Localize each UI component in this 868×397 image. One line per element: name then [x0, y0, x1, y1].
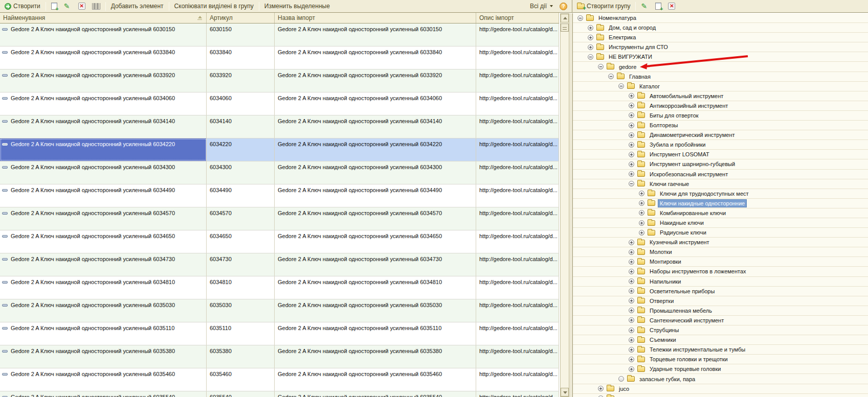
tree-item-label[interactable]: Ключи для труднодоступных мест	[658, 190, 750, 197]
cell-import-name[interactable]: Gedore 2 A Ключ накидной односторонний у…	[275, 138, 476, 161]
tree-expander-icon[interactable]	[598, 386, 604, 391]
delete-item-button[interactable]: ✕	[76, 2, 88, 11]
tree-expander-icon[interactable]	[629, 240, 634, 245]
cell-import-desc[interactable]: http://gedore-tool.ru/catalog/d...	[476, 299, 559, 322]
tree-item[interactable]: Накидные ключи	[573, 218, 868, 228]
tree-item-label[interactable]: Болторезы	[648, 122, 680, 129]
cell-import-desc[interactable]: http://gedore-tool.ru/catalog/d...	[476, 253, 559, 276]
tree-item-label[interactable]: Струбцины	[648, 326, 680, 334]
cell-import-desc[interactable]: http://gedore-tool.ru/catalog/d...	[476, 46, 559, 69]
cell-name[interactable]: Gedore 2 A Ключ накидной односторонний у…	[0, 391, 207, 397]
cell-import-name[interactable]: Gedore 2 A Ключ накидной односторонний у…	[275, 253, 476, 276]
table-row[interactable]: Gedore 2 A Ключ накидной односторонний у…	[0, 115, 559, 138]
cell-import-name[interactable]: Gedore 2 A Ключ накидной односторонний у…	[275, 391, 476, 397]
tree-item[interactable]: Радиусные ключи	[573, 228, 868, 238]
tree-expander-icon[interactable]	[629, 181, 634, 186]
cell-import-desc[interactable]: http://gedore-tool.ru/catalog/d...	[476, 69, 559, 92]
cell-name[interactable]: Gedore 2 A Ключ накидной односторонний у…	[0, 345, 207, 368]
tree-item-label[interactable]: Инструмент LOSOMAT	[648, 151, 711, 158]
tree-expander-icon[interactable]	[629, 269, 634, 274]
tree-item[interactable]: Автомобильный инструмент	[573, 91, 868, 101]
table-row[interactable]: Gedore 2 A Ключ накидной односторонний у…	[0, 299, 559, 322]
cell-article[interactable]: 6030150	[207, 24, 275, 46]
table-row[interactable]: Gedore 2 A Ключ накидной односторонний у…	[0, 24, 559, 46]
tree-item[interactable]: Осветительные приборы	[573, 287, 868, 296]
tree-item-label[interactable]: Кузнечный инструмент	[648, 239, 711, 246]
tree-item-label[interactable]: Ударные торцевые головки	[648, 365, 722, 372]
tree-item-label[interactable]: Накидные ключи	[658, 219, 705, 226]
tree-expander-icon[interactable]	[618, 376, 624, 382]
tree-item-label[interactable]: Искробезопасный инструмент	[648, 171, 729, 178]
cell-name[interactable]: Gedore 2 A Ключ накидной односторонний у…	[0, 138, 207, 161]
tree-item[interactable]: gedore	[573, 62, 868, 72]
cell-article[interactable]: 6034570	[207, 207, 275, 230]
table-row[interactable]: Gedore 2 A Ключ накидной односторонний у…	[0, 207, 559, 230]
cell-article[interactable]: 6034060	[207, 92, 275, 115]
tree-expander-icon[interactable]	[629, 278, 634, 284]
cell-article[interactable]: 6034300	[207, 161, 275, 184]
tree-item[interactable]: Ключи накидные односторонние	[573, 199, 868, 208]
delete-group-button[interactable]: ✕	[665, 2, 678, 11]
tree-item-label[interactable]: gedore	[617, 63, 638, 71]
tree-item[interactable]: Ключи для труднодоступных мест	[573, 189, 868, 199]
cell-import-desc[interactable]: http://gedore-tool.ru/catalog/d...	[476, 92, 559, 115]
tree-expander-icon[interactable]	[577, 15, 583, 21]
tree-item[interactable]: Напильники	[573, 277, 868, 287]
tree-expander-icon[interactable]	[629, 298, 634, 303]
cell-article[interactable]: 6034810	[207, 276, 275, 299]
tree-item[interactable]: Каталог	[573, 82, 868, 91]
tree-item-label[interactable]: Отвертки	[648, 297, 675, 305]
edit-item-button[interactable]: ✎	[61, 2, 74, 11]
cell-import-name[interactable]: Gedore 2 A Ключ накидной односторонний у…	[275, 299, 476, 322]
cell-import-name[interactable]: Gedore 2 A Ключ накидной односторонний у…	[275, 368, 476, 391]
table-row[interactable]: Gedore 2 A Ключ накидной односторонний у…	[0, 276, 559, 299]
tree-item[interactable]: Антикоррозийный инструмент	[573, 101, 868, 111]
tree-item-label[interactable]: Антикоррозийный инструмент	[648, 102, 729, 109]
tree-expander-icon[interactable]	[618, 83, 624, 89]
tree-expander-icon[interactable]	[629, 132, 634, 138]
tree-item-label[interactable]: Сантехнический инструмент	[648, 317, 725, 324]
tree-item[interactable]: Главная	[573, 72, 868, 82]
tree-expander-icon[interactable]	[629, 161, 634, 167]
table-row[interactable]: Gedore 2 A Ключ накидной односторонний у…	[0, 230, 559, 253]
tree-expander-icon[interactable]	[629, 288, 634, 294]
tree-expander-icon[interactable]	[629, 366, 634, 372]
cell-name[interactable]: Gedore 2 A Ключ накидной односторонний у…	[0, 299, 207, 322]
scrollbar-thumb[interactable]	[561, 24, 569, 32]
table-row[interactable]: Gedore 2 A Ключ накидной односторонний у…	[0, 184, 559, 207]
cell-import-name[interactable]: Gedore 2 A Ключ накидной односторонний у…	[275, 207, 476, 230]
table-row[interactable]: Gedore 2 A Ключ накидной односторонний у…	[0, 161, 559, 184]
cell-name[interactable]: Gedore 2 A Ключ накидной односторонний у…	[0, 161, 207, 184]
tree-expander-icon[interactable]	[629, 249, 634, 255]
cell-name[interactable]: Gedore 2 A Ключ накидной односторонний у…	[0, 184, 207, 207]
tree-item-label[interactable]: Осветительные приборы	[648, 288, 716, 295]
tree-item[interactable]: Електрика	[573, 33, 868, 42]
cell-import-name[interactable]: Gedore 2 A Ключ накидной односторонний у…	[275, 345, 476, 368]
cell-name[interactable]: Gedore 2 A Ключ накидной односторонний у…	[0, 24, 207, 46]
create-button[interactable]: Створити	[2, 2, 43, 11]
cell-name[interactable]: Gedore 2 A Ключ накидной односторонний у…	[0, 230, 207, 253]
cell-import-desc[interactable]: http://gedore-tool.ru/catalog/d...	[476, 184, 559, 207]
cell-import-desc[interactable]: http://gedore-tool.ru/catalog/d...	[476, 161, 559, 184]
tree-item-label[interactable]: Ключи накидные односторонние	[658, 200, 746, 207]
tree-item[interactable]: Искробезопасный инструмент	[573, 170, 868, 179]
cell-article[interactable]: 6035460	[207, 368, 275, 391]
tree-expander-icon[interactable]	[629, 93, 634, 99]
tree-item[interactable]: Наборы инструментов в ложементах	[573, 267, 868, 276]
tree-item-label[interactable]: Електрика	[607, 34, 637, 41]
cell-import-name[interactable]: Gedore 2 A Ключ накидной односторонний у…	[275, 161, 476, 184]
cell-article[interactable]: 6033920	[207, 69, 275, 92]
table-row[interactable]: Gedore 2 A Ключ накидной односторонний у…	[0, 138, 559, 161]
cell-article[interactable]: 6035030	[207, 299, 275, 322]
cell-article[interactable]: 6034490	[207, 184, 275, 207]
cell-name[interactable]: Gedore 2 A Ключ накидной односторонний у…	[0, 322, 207, 345]
scroll-up-button[interactable]	[561, 14, 569, 22]
tree-item-label[interactable]: Радиусные ключи	[658, 229, 708, 236]
tree-item-label[interactable]: Наборы инструментов в ложементах	[648, 268, 748, 275]
cell-article[interactable]: 6035110	[207, 322, 275, 345]
create-group-button[interactable]: Створити групу	[574, 2, 633, 11]
tree-item-label[interactable]: Дом, сад и огород	[607, 24, 657, 31]
cell-import-desc[interactable]: http://gedore-tool.ru/catalog/d...	[476, 138, 559, 161]
column-header-name[interactable]: Найменування	[0, 13, 207, 23]
cell-article[interactable]: 6035380	[207, 345, 275, 368]
